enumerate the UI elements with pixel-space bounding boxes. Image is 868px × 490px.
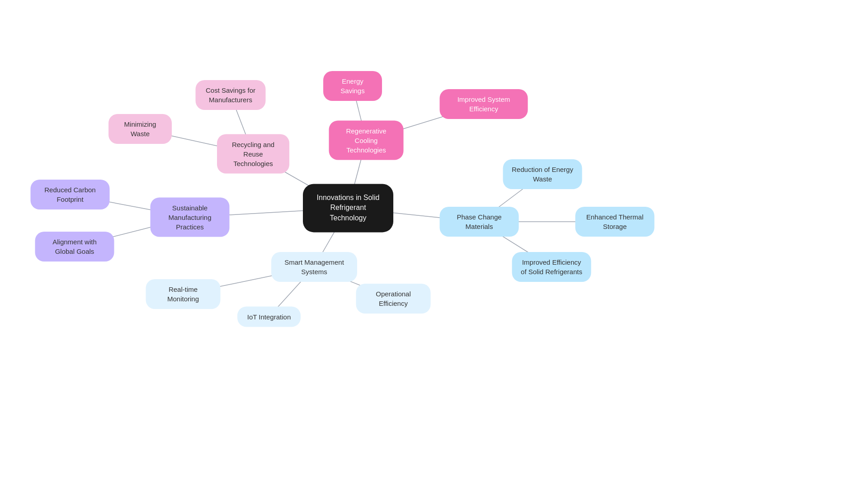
node-improved-efficiency: Improved Efficiency of Solid Refrigerant… [512, 252, 591, 282]
center-node: Innovations in Solid Refrigerant Technol… [303, 184, 393, 232]
node-energy-savings: Energy Savings [323, 71, 382, 101]
node-improved-system: Improved System Efficiency [440, 89, 528, 119]
node-reduction-energy: Reduction of Energy Waste [503, 159, 582, 189]
node-iot: IoT Integration [237, 307, 301, 327]
node-phase-change: Phase Change Materials [440, 207, 519, 237]
node-regenerative: Regenerative Cooling Technologies [329, 121, 404, 160]
mindmap-container: Innovations in Solid Refrigerant Technol… [0, 0, 868, 490]
node-cost-savings: Cost Savings for Manufacturers [196, 80, 266, 110]
node-minimizing-waste: Minimizing Waste [108, 114, 172, 144]
node-recycling: Recycling and Reuse Technologies [217, 134, 289, 174]
node-operational: Operational Efficiency [356, 284, 431, 314]
node-real-time: Real-time Monitoring [146, 279, 221, 309]
node-enhanced-thermal: Enhanced Thermal Storage [576, 207, 655, 237]
node-reduced-carbon: Reduced Carbon Footprint [31, 180, 110, 209]
node-alignment: Alignment with Global Goals [35, 232, 114, 262]
connections-svg [0, 0, 868, 490]
node-sustainable: Sustainable Manufacturing Practices [151, 198, 230, 237]
node-smart-management: Smart Management Systems [271, 252, 357, 282]
